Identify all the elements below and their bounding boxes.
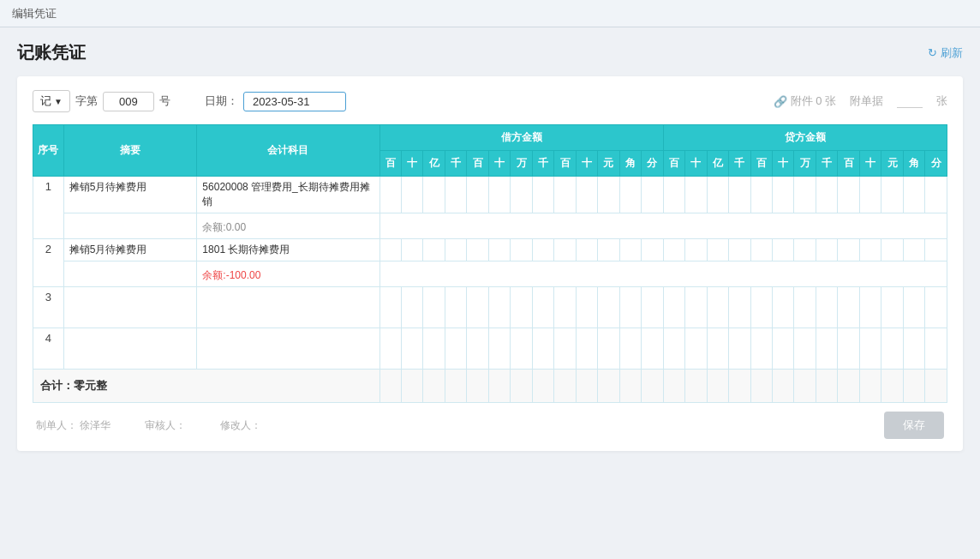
th-credit-qian2: 千 <box>816 151 837 177</box>
table-row-4: 4 <box>33 328 947 370</box>
th-credit-yi: 亿 <box>707 151 728 177</box>
row-summary-4[interactable] <box>63 328 197 370</box>
row-balance-2: 余额:-100.00 <box>197 261 379 287</box>
auditor-label: 审核人： <box>145 418 186 433</box>
paperclip-icon: 🔗 <box>774 95 787 108</box>
chevron-down-icon: ▼ <box>54 97 63 106</box>
th-credit-yuan: 元 <box>881 151 903 177</box>
window-title: 编辑凭证 <box>12 6 57 21</box>
hao-label: 号 <box>159 93 170 109</box>
th-seq: 序号 <box>33 125 64 177</box>
table-row-2: 2 摊销5月待摊费用 1801 长期待摊费用 <box>33 239 947 261</box>
th-debit-yuan: 元 <box>598 151 619 177</box>
th-credit-shi1: 十 <box>685 151 707 177</box>
th-credit-fen: 分 <box>925 151 947 177</box>
th-debit-shi2: 十 <box>488 151 510 177</box>
row-balance-summary-2 <box>63 261 197 287</box>
zidi-label: 字第 <box>75 93 98 109</box>
refresh-button[interactable]: ↻ 刷新 <box>928 45 963 61</box>
refresh-icon: ↻ <box>928 46 937 59</box>
row-summary-2[interactable]: 摊销5月待摊费用 <box>63 239 197 261</box>
row-summary-1[interactable]: 摊销5月待摊费用 <box>63 177 197 213</box>
voucher-type-label: 记 <box>40 93 51 109</box>
total-row: 合计：零元整 <box>33 370 947 403</box>
table-row-balance-1: 余额:0.00 <box>33 213 947 239</box>
row-summary-3[interactable] <box>63 287 197 328</box>
th-debit-jiao: 角 <box>619 151 641 177</box>
date-input[interactable] <box>243 92 346 111</box>
table-row: 1 摊销5月待摊费用 56020008 管理费用_长期待摊费用摊销 <box>33 177 947 213</box>
creator-name: 徐泽华 <box>80 419 111 431</box>
th-debit-yi: 亿 <box>423 151 445 177</box>
th-credit-jiao: 角 <box>903 151 924 177</box>
th-credit-bai3: 百 <box>838 151 859 177</box>
row-seq-1: 1 <box>33 177 64 239</box>
row-account-2[interactable]: 1801 长期待摊费用 <box>197 239 379 261</box>
th-debit-bai2: 百 <box>467 151 488 177</box>
th-debit-wan: 万 <box>511 151 532 177</box>
page-title: 记账凭证 <box>17 41 86 64</box>
voucher-number-input[interactable] <box>103 92 154 111</box>
th-credit-bai2: 百 <box>750 151 772 177</box>
th-debit-bai1: 百 <box>379 151 401 177</box>
date-label: 日期： <box>205 93 238 109</box>
th-summary: 摘要 <box>63 125 197 177</box>
row-seq-2: 2 <box>33 239 64 287</box>
th-credit-wan: 万 <box>794 151 816 177</box>
th-debit-shi3: 十 <box>576 151 597 177</box>
modifier-label: 修改人： <box>220 418 261 433</box>
th-debit: 借方金额 <box>379 125 663 151</box>
th-debit-shi1: 十 <box>402 151 423 177</box>
th-credit-shi3: 十 <box>859 151 881 177</box>
save-button[interactable]: 保存 <box>884 412 944 439</box>
attachment-link[interactable]: 🔗 附件 0 张 <box>774 93 836 109</box>
row-balance-1: 余额:0.00 <box>197 213 379 239</box>
th-credit: 贷方金额 <box>663 125 947 151</box>
table-row-balance-2: 余额:-100.00 <box>33 261 947 287</box>
row-account-3[interactable] <box>197 287 379 328</box>
footer: 制单人： 徐泽华 审核人： 修改人： 保存 <box>33 403 947 439</box>
zhang-input[interactable] <box>897 94 923 108</box>
creator-label: 制单人： 徐泽华 <box>36 418 111 433</box>
row-account-1[interactable]: 56020008 管理费用_长期待摊费用摊销 <box>197 177 379 213</box>
table-row-3: 3 <box>33 287 947 328</box>
row-balance-summary-1 <box>63 213 197 239</box>
attachment-count: 附件 0 张 <box>791 93 836 109</box>
th-debit-fen: 分 <box>642 151 663 177</box>
zhang-label: 张 <box>936 93 947 109</box>
fudanju-label: 附单据 <box>850 93 883 109</box>
voucher-type-dropdown[interactable]: 记 ▼ <box>33 90 70 112</box>
voucher-table: 序号 摘要 会计科目 借方金额 贷方金额 百 十 亿 千 百 十 <box>33 124 947 403</box>
th-debit-bai3: 百 <box>554 151 576 177</box>
th-debit-qian2: 千 <box>532 151 553 177</box>
row-seq-4: 4 <box>33 328 64 370</box>
th-credit-bai1: 百 <box>663 151 684 177</box>
th-credit-shi2: 十 <box>772 151 793 177</box>
th-credit-qian1: 千 <box>729 151 750 177</box>
total-label: 合计：零元整 <box>33 370 380 403</box>
row-seq-3: 3 <box>33 287 64 328</box>
row-account-4[interactable] <box>197 328 379 370</box>
th-account: 会计科目 <box>197 125 379 177</box>
th-debit-qian1: 千 <box>445 151 466 177</box>
